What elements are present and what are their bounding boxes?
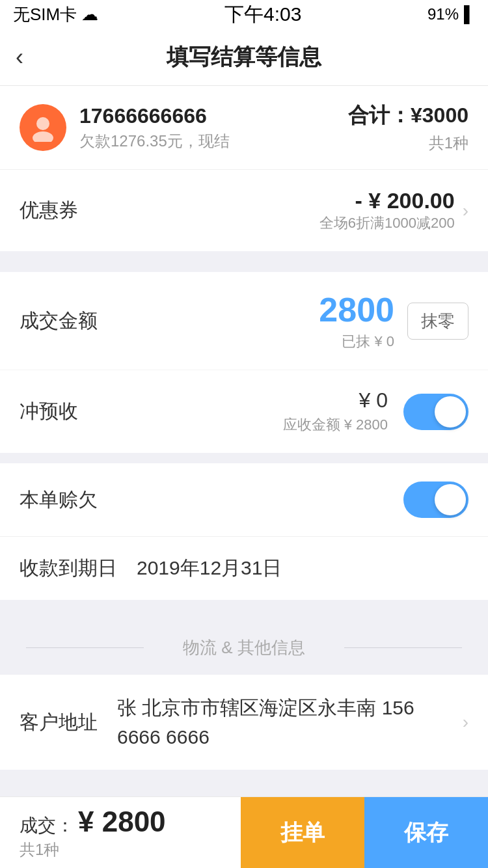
coupon-row[interactable]: 优惠券 - ¥ 200.00 全场6折满1000减200 › bbox=[0, 169, 488, 251]
address-section: 客户地址 张 北京市市辖区海淀区永丰南 156 6666 6666 › bbox=[0, 675, 488, 770]
hang-sale-button[interactable]: 挂单 bbox=[241, 797, 364, 869]
customer-left: 17666666666 欠款1276.35元，现结 bbox=[20, 104, 230, 152]
customer-section: 17666666666 欠款1276.35元，现结 合计：¥3000 共1种 优… bbox=[0, 86, 488, 251]
logistics-divider: 物流 & 其他信息 bbox=[0, 621, 488, 675]
bottom-deal-amount: ¥ 2800 bbox=[78, 806, 166, 838]
customer-info: 17666666666 欠款1276.35元，现结 bbox=[79, 104, 230, 152]
debt-toggle-knob bbox=[435, 484, 466, 515]
battery-icon: ▌ bbox=[464, 5, 475, 23]
chevron-right-icon: › bbox=[463, 200, 468, 221]
customer-row: 17666666666 欠款1276.35元，现结 合计：¥3000 共1种 bbox=[0, 86, 488, 169]
duedate-label: 收款到期日 bbox=[20, 555, 117, 582]
prereceive-values: ¥ 0 应收金额 ¥ 2800 bbox=[283, 388, 388, 435]
coupon-right: - ¥ 200.00 全场6折满1000减200 › bbox=[319, 188, 468, 233]
status-bar: 无SIM卡 ☁ 下午4:03 91% ▌ bbox=[0, 0, 488, 29]
avatar-icon bbox=[29, 113, 57, 142]
customer-total: 合计：¥3000 共1种 bbox=[348, 102, 468, 154]
bottom-deal-label: 成交： bbox=[20, 813, 74, 838]
round-zero-button[interactable]: 抹零 bbox=[407, 303, 468, 340]
deal-amount-right: 2800 已抹 ¥ 0 抹零 bbox=[319, 290, 468, 351]
save-button[interactable]: 保存 bbox=[364, 797, 488, 869]
bottom-count: 共1种 bbox=[20, 839, 221, 860]
prereceive-row: 冲预收 ¥ 0 应收金额 ¥ 2800 bbox=[0, 370, 488, 453]
total-amount: 合计：¥3000 bbox=[348, 102, 468, 130]
deal-row: 成交： ¥ 2800 bbox=[20, 806, 221, 838]
coupon-discount: - ¥ 200.00 bbox=[319, 188, 455, 213]
divider-line-right bbox=[344, 647, 462, 648]
address-value: 张 北京市市辖区海淀区永丰南 156 6666 6666 bbox=[117, 693, 463, 752]
prereceive-right: ¥ 0 应收金额 ¥ 2800 bbox=[283, 388, 468, 435]
debt-section: 本单赊欠 收款到期日 2019年12月31日 bbox=[0, 463, 488, 600]
signal-text: 无SIM卡 ☁ bbox=[13, 3, 98, 26]
svg-point-1 bbox=[33, 131, 53, 142]
divider-1 bbox=[0, 262, 488, 272]
customer-debt: 欠款1276.35元，现结 bbox=[79, 131, 230, 152]
status-left: 无SIM卡 ☁ bbox=[13, 3, 98, 26]
divider-3 bbox=[0, 610, 488, 621]
deal-amount-value: 2800 bbox=[319, 290, 394, 329]
divider-2 bbox=[0, 453, 488, 463]
total-count: 共1种 bbox=[348, 133, 468, 154]
deal-amount-values: 2800 已抹 ¥ 0 bbox=[319, 290, 394, 351]
prereceive-amount: ¥ 0 bbox=[283, 388, 388, 413]
debt-toggle[interactable] bbox=[403, 481, 468, 518]
prereceive-label: 冲预收 bbox=[20, 398, 78, 425]
status-time: 下午4:03 bbox=[224, 1, 301, 28]
toggle-knob bbox=[435, 396, 466, 427]
duedate-row: 收款到期日 2019年12月31日 bbox=[0, 536, 488, 600]
logistics-label: 物流 & 其他信息 bbox=[183, 636, 305, 659]
amount-section: 成交金额 2800 已抹 ¥ 0 抹零 冲预收 ¥ 0 应收金额 ¥ 2800 bbox=[0, 272, 488, 453]
duedate-value: 2019年12月31日 bbox=[137, 555, 282, 582]
prereceive-toggle[interactable] bbox=[403, 394, 468, 430]
customer-phone: 17666666666 bbox=[79, 104, 230, 128]
address-row[interactable]: 客户地址 张 北京市市辖区海淀区永丰南 156 6666 6666 › bbox=[0, 675, 488, 770]
avatar bbox=[20, 104, 66, 151]
divider-line-left bbox=[26, 647, 144, 648]
debt-row: 本单赊欠 bbox=[0, 463, 488, 536]
coupon-label: 优惠券 bbox=[20, 197, 78, 224]
svg-point-0 bbox=[36, 117, 49, 130]
status-right: 91% ▌ bbox=[427, 5, 475, 23]
deal-amount-sub: 已抹 ¥ 0 bbox=[319, 332, 394, 351]
deal-amount-row: 成交金额 2800 已抹 ¥ 0 抹零 bbox=[0, 272, 488, 370]
back-button[interactable]: ‹ bbox=[16, 44, 23, 71]
address-label: 客户地址 bbox=[20, 709, 98, 736]
bottom-summary: 成交： ¥ 2800 共1种 bbox=[0, 806, 241, 860]
debt-label: 本单赊欠 bbox=[20, 487, 98, 513]
prereceive-receivable: 应收金额 ¥ 2800 bbox=[283, 415, 388, 435]
page-title: 填写结算等信息 bbox=[167, 42, 321, 72]
battery-text: 91% bbox=[427, 5, 459, 23]
coupon-desc: 全场6折满1000减200 bbox=[319, 213, 455, 233]
bottom-bar: 成交： ¥ 2800 共1种 挂单 保存 bbox=[0, 796, 488, 868]
deal-amount-label: 成交金额 bbox=[20, 308, 98, 334]
address-chevron-icon: › bbox=[463, 712, 468, 733]
nav-bar: ‹ 填写结算等信息 bbox=[0, 29, 488, 86]
coupon-value: - ¥ 200.00 全场6折满1000减200 bbox=[319, 188, 455, 233]
